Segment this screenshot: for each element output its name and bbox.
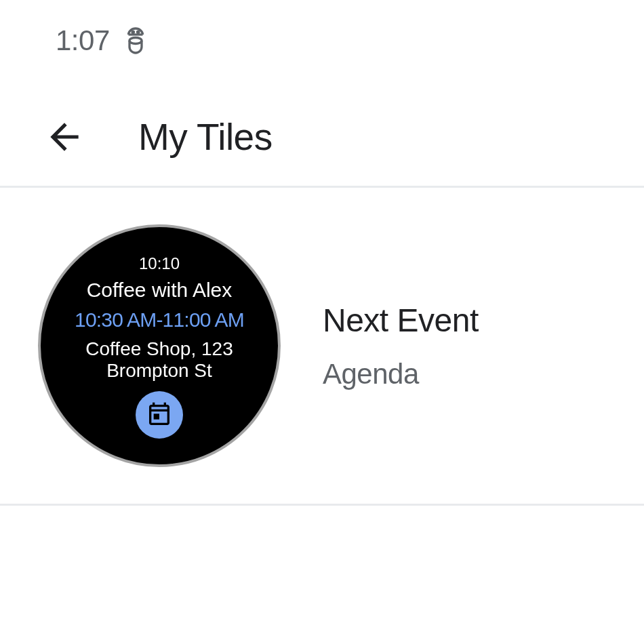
tile-subtitle: Agenda [323,358,479,390]
tile-preview: 10:10 Coffee with Alex 10:30 AM-11:00 AM… [38,224,281,467]
preview-location-line2: Brompton St [106,360,212,382]
svg-point-2 [137,31,138,33]
preview-event-title: Coffee with Alex [87,279,233,302]
android-debug-icon [123,26,148,55]
preview-location-line1: Coffee Shop, 123 [85,338,233,360]
calendar-button [136,391,183,439]
svg-rect-3 [154,414,159,420]
status-time: 1:07 [56,24,110,57]
divider [0,504,644,506]
tile-row[interactable]: 10:10 Coffee with Alex 10:30 AM-11:00 AM… [0,188,644,504]
svg-point-1 [132,31,134,33]
header: My Tiles [0,57,644,186]
page-title: My Tiles [138,115,273,159]
calendar-today-icon [146,401,173,428]
preview-time-range: 10:30 AM-11:00 AM [75,308,244,331]
back-button[interactable] [43,116,85,158]
status-bar: 1:07 [0,0,644,57]
preview-time: 10:10 [139,254,180,273]
tile-title: Next Event [323,302,479,339]
tile-info: Next Event Agenda [323,302,479,390]
